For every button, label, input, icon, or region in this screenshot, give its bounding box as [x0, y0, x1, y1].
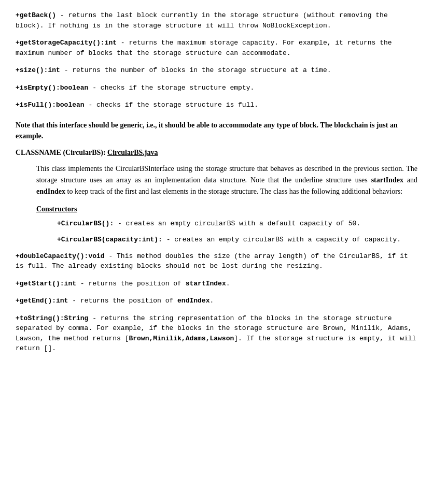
method-getend: +getEnd():int - returns the position of … — [16, 296, 417, 306]
method-desc-getend-bold: endIndex — [177, 297, 209, 305]
method-isfull: +isFull():boolean - checks if the storag… — [16, 100, 417, 110]
method-getstoragecapacity: +getStorageCapacity():int - returns the … — [16, 38, 417, 58]
constructor-default: +CircularBS(): - creates an empty circul… — [57, 219, 417, 229]
method-name-isempty: +isEmpty():boolean — [16, 84, 88, 92]
constructor-capacity-sig: +CircularBS(capacity:int): — [57, 236, 162, 243]
method-size: +size():int - returns the number of bloc… — [16, 65, 417, 76]
method-desc-getstart-bold: startIndex — [186, 280, 226, 287]
startindex-label: startIndex — [371, 176, 403, 184]
method-tostring: +toString():String - returns the string … — [16, 313, 417, 354]
method-name-getback: +getBack() — [16, 11, 56, 19]
method-desc-tostring-bold: Brown,Minilik,Adams,Lawson — [129, 335, 234, 342]
method-name-getend: +getEnd():int — [16, 297, 68, 305]
interface-note: Note that this interface should be gener… — [16, 120, 417, 141]
endindex-label: endIndex — [36, 188, 65, 195]
method-desc-size: - returns the number of blocks in the st… — [60, 66, 331, 74]
classname-header: CLASSNAME (CircularBS): CircularBS.java — [16, 149, 417, 157]
classname-file-link[interactable]: CircularBS.java — [107, 149, 158, 156]
method-desc-getend-post: . — [209, 297, 214, 305]
constructor-default-sig: +CircularBS(): — [57, 220, 114, 227]
classname-label: CLASSNAME (CircularBS) — [16, 149, 103, 156]
method-desc-getback: - returns the last block currently in th… — [16, 11, 388, 30]
constructors-header: Constructors — [36, 205, 417, 213]
method-doublecapacity: +doubleCapacity():void - This method dou… — [16, 251, 417, 271]
method-name-doublecapacity: +doubleCapacity():void — [16, 252, 105, 260]
class-description: This class implements the CircularBSInte… — [36, 163, 417, 198]
constructor-capacity: +CircularBS(capacity:int): - creates an … — [57, 235, 417, 245]
method-name-getstoragecapacity: +getStorageCapacity():int — [16, 39, 117, 47]
method-name-getstart: +getStart():int — [16, 280, 76, 287]
document-content: +getBack() - returns the last block curr… — [16, 10, 417, 354]
method-desc-isempty: - checks if the storage structure empty. — [88, 84, 254, 92]
constructor-capacity-desc: - creates an empty circularBS with a cap… — [162, 236, 401, 243]
method-getstart: +getStart():int - returns the position o… — [16, 279, 417, 289]
method-getback: +getBack() - returns the last block curr… — [16, 10, 417, 31]
method-desc-getstart-pre: - returns the position of — [76, 280, 186, 287]
method-name-isfull: +isFull():boolean — [16, 101, 85, 109]
constructor-default-desc: - creates an empty circularBS with a def… — [114, 220, 360, 227]
method-desc-getend-pre: - returns the position of — [68, 297, 177, 305]
method-name-size: +size():int — [16, 66, 60, 74]
method-desc-getstart-post: . — [226, 280, 230, 287]
method-isempty: +isEmpty():boolean - checks if the stora… — [16, 83, 417, 93]
method-name-tostring: +toString():String — [16, 314, 88, 322]
method-desc-isfull: - checks if the storage structure is ful… — [85, 101, 258, 109]
